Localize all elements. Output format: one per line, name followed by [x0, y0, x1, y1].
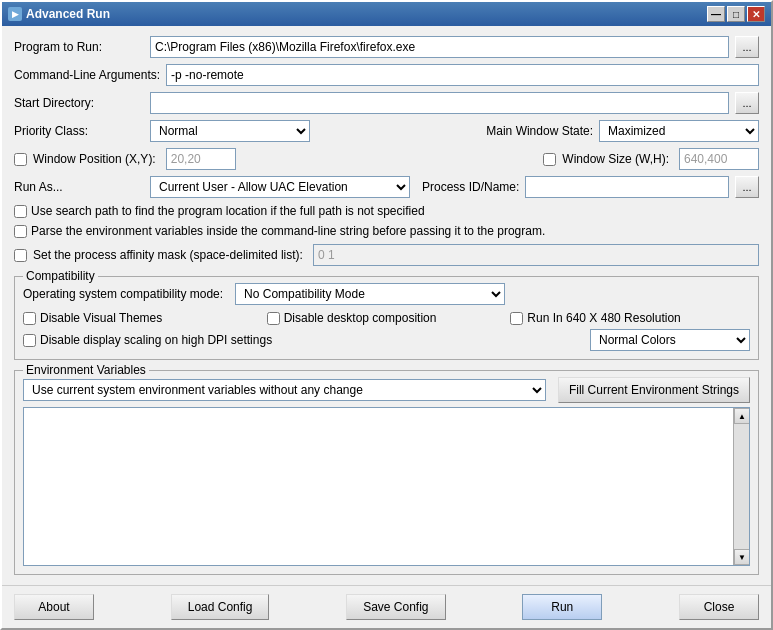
affinity-row: Set the process affinity mask (space-del… [14, 244, 759, 266]
scroll-down-button[interactable]: ▼ [734, 549, 750, 565]
environment-title: Environment Variables [23, 363, 149, 377]
disable-composition-row: Disable desktop composition [267, 311, 507, 325]
compat-mode-label: Operating system compatibility mode: [23, 287, 223, 301]
winpos-label: Window Position (X,Y): [33, 152, 156, 166]
compat-mode-row: Operating system compatibility mode: No … [23, 283, 750, 305]
cmdline-label: Command-Line Arguments: [14, 68, 160, 82]
parse-env-checkbox[interactable] [14, 225, 27, 238]
winpos-checkbox[interactable] [14, 153, 27, 166]
colors-select[interactable]: Normal Colors 256 Colors 16 bit (65536) … [590, 329, 750, 351]
disable-themes-row: Disable Visual Themes [23, 311, 263, 325]
priority-winstate-row: Priority Class: Normal Idle Below Normal… [14, 120, 759, 142]
scroll-track [734, 424, 749, 549]
disable-dpi-label: Disable display scaling on high DPI sett… [40, 333, 272, 347]
env-scrollbar[interactable]: ▲ ▼ [733, 408, 749, 565]
parse-env-row: Parse the environment variables inside t… [14, 224, 759, 238]
winsize-input[interactable] [679, 148, 759, 170]
bottom-buttons: About Load Config Save Config Run Close [2, 585, 771, 628]
winstate-select[interactable]: Maximized Normal Minimized Hidden [599, 120, 759, 142]
pid-browse-button[interactable]: ... [735, 176, 759, 198]
run-640-label: Run In 640 X 480 Resolution [527, 311, 680, 325]
env-select[interactable]: Use current system environment variables… [23, 379, 546, 401]
winsize-label: Window Size (W,H): [562, 152, 669, 166]
run-640-checkbox[interactable] [510, 312, 523, 325]
scroll-up-button[interactable]: ▲ [734, 408, 750, 424]
priority-select[interactable]: Normal Idle Below Normal Above Normal Hi… [150, 120, 310, 142]
affinity-input[interactable] [313, 244, 759, 266]
fill-env-button[interactable]: Fill Current Environment Strings [558, 377, 750, 403]
program-input[interactable] [150, 36, 729, 58]
maximize-button[interactable]: □ [727, 6, 745, 22]
title-bar-left: ▶ Advanced Run [8, 7, 110, 21]
about-button[interactable]: About [14, 594, 94, 620]
runas-label: Run As... [14, 180, 144, 194]
program-browse-button[interactable]: ... [735, 36, 759, 58]
env-dropdown-row: Use current system environment variables… [23, 377, 750, 403]
compatibility-group: Compatibility Operating system compatibi… [14, 276, 759, 360]
search-path-row: Use search path to find the program loca… [14, 204, 759, 218]
search-path-label: Use search path to find the program loca… [31, 204, 425, 218]
load-config-button[interactable]: Load Config [171, 594, 270, 620]
compat-checks-row1: Disable Visual Themes Disable desktop co… [23, 311, 750, 325]
disable-dpi-checkbox[interactable] [23, 334, 36, 347]
close-button[interactable]: ✕ [747, 6, 765, 22]
window-title: Advanced Run [26, 7, 110, 21]
parse-env-label: Parse the environment variables inside t… [31, 224, 545, 238]
runas-row: Run As... Current User - Allow UAC Eleva… [14, 176, 759, 198]
compat-mode-select[interactable]: No Compatibility Mode Windows XP (SP2) W… [235, 283, 505, 305]
app-icon: ▶ [8, 7, 22, 21]
startdir-row: Start Directory: ... [14, 92, 759, 114]
disable-composition-checkbox[interactable] [267, 312, 280, 325]
compat-checks-row2: Disable display scaling on high DPI sett… [23, 329, 750, 351]
disable-composition-label: Disable desktop composition [284, 311, 437, 325]
program-label: Program to Run: [14, 40, 144, 54]
affinity-checkbox[interactable] [14, 249, 27, 262]
winstate-label: Main Window State: [453, 124, 593, 138]
pid-label: Process ID/Name: [422, 180, 519, 194]
content-area: Program to Run: ... Command-Line Argumen… [2, 26, 771, 585]
title-buttons: — □ ✕ [707, 6, 765, 22]
startdir-label: Start Directory: [14, 96, 144, 110]
winpos-input[interactable] [166, 148, 236, 170]
pid-input[interactable] [525, 176, 729, 198]
minimize-button[interactable]: — [707, 6, 725, 22]
save-config-button[interactable]: Save Config [346, 594, 445, 620]
priority-label: Priority Class: [14, 124, 144, 138]
cmdline-row: Command-Line Arguments: [14, 64, 759, 86]
cmdline-input[interactable] [166, 64, 759, 86]
environment-group: Environment Variables Use current system… [14, 370, 759, 575]
title-bar: ▶ Advanced Run — □ ✕ [2, 2, 771, 26]
env-text-area[interactable]: ▲ ▼ [23, 407, 750, 566]
winsize-checkbox[interactable] [543, 153, 556, 166]
search-path-checkbox[interactable] [14, 205, 27, 218]
close-dialog-button[interactable]: Close [679, 594, 759, 620]
runas-select[interactable]: Current User - Allow UAC Elevation Curre… [150, 176, 410, 198]
disable-themes-checkbox[interactable] [23, 312, 36, 325]
program-row: Program to Run: ... [14, 36, 759, 58]
disable-dpi-row: Disable display scaling on high DPI sett… [23, 333, 272, 347]
window: ▶ Advanced Run — □ ✕ Program to Run: ...… [0, 0, 773, 630]
startdir-input[interactable] [150, 92, 729, 114]
run-640-row: Run In 640 X 480 Resolution [510, 311, 750, 325]
compatibility-title: Compatibility [23, 269, 98, 283]
disable-themes-label: Disable Visual Themes [40, 311, 162, 325]
winpos-winsize-row: Window Position (X,Y): Window Size (W,H)… [14, 148, 759, 170]
run-button[interactable]: Run [522, 594, 602, 620]
affinity-label: Set the process affinity mask (space-del… [33, 248, 303, 262]
startdir-browse-button[interactable]: ... [735, 92, 759, 114]
